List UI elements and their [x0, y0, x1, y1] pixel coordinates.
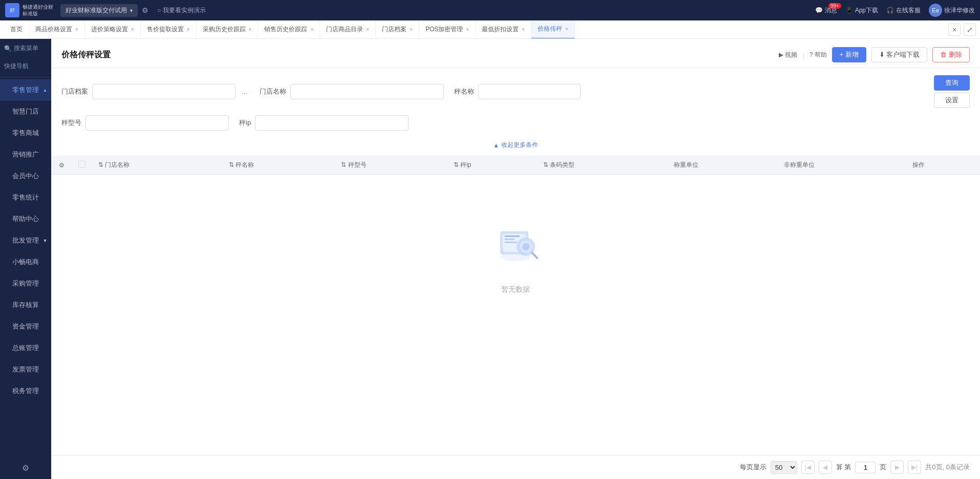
demo-link[interactable]: 我要看实例演示 [157, 6, 206, 15]
app-download-button[interactable]: 📱 App下载 [845, 6, 878, 15]
sidebar-item-wholesale[interactable]: 批发管理 ▼ [0, 230, 51, 251]
svg-point-6 [522, 243, 529, 250]
column-settings-icon[interactable]: ⚙ [59, 162, 65, 169]
close-icon[interactable]: × [131, 27, 134, 32]
sidebar-settings-button[interactable]: ⚙ [0, 457, 51, 479]
collapse-label: 收起更多条件 [501, 141, 538, 149]
sidebar-item-label: 发票管理 [12, 365, 39, 374]
sidebar-item-label: 零售商城 [12, 128, 39, 138]
tab-purchase-strategy[interactable]: 进价策略设置 × [85, 20, 141, 39]
table-wrapper: ⚙ ⇅ 门店名称 ⇅ 秤名称 ⇅ 秤型号 [51, 156, 980, 455]
sidebar-item-retail[interactable]: 零售管理 ▲ [0, 79, 51, 101]
tab-label: 采购历史价跟踪 [203, 25, 246, 34]
page-size-select[interactable]: 50 20 100 [771, 461, 797, 474]
close-icon[interactable]: × [75, 27, 78, 32]
add-button[interactable]: + 新增 [832, 47, 866, 62]
th-checkbox [72, 156, 92, 175]
sidebar-item-member[interactable]: 会员中心 [0, 165, 51, 187]
sidebar-item-marketing[interactable]: 营销推广 [0, 144, 51, 165]
sidebar-item-finance[interactable]: 资金管理 [0, 316, 51, 337]
tab-product-price[interactable]: 商品价格设置 × [29, 20, 85, 39]
sidebar-item-smart-store[interactable]: 智慧门店 [0, 101, 51, 122]
close-icon[interactable]: × [565, 26, 568, 32]
sidebar-item-ledger[interactable]: 总账管理 [0, 337, 51, 359]
tab-min-discount[interactable]: 最低折扣设置 × [476, 20, 531, 39]
sidebar-item-invoice[interactable]: 发票管理 [0, 359, 51, 380]
close-icon[interactable]: × [366, 27, 369, 32]
collapse-button[interactable]: ▲ 收起更多条件 [61, 138, 970, 156]
avatar: Ea [929, 4, 942, 17]
close-icon[interactable]: × [410, 27, 413, 32]
tab-purchase-history[interactable]: 采购历史价跟踪 × [197, 20, 259, 39]
query-button[interactable]: 查询 [934, 75, 970, 91]
tab-price-extract[interactable]: 售价提取设置 × [141, 20, 197, 39]
video-link[interactable]: ▶ 视频 [779, 51, 797, 59]
sidebar-item-inventory[interactable]: 库存核算 [0, 294, 51, 316]
settings-icon: ⚙ [22, 464, 29, 472]
version-label: 好业财标准版交付试用 [66, 6, 127, 15]
next-page-button[interactable]: ▶ [890, 461, 904, 474]
chevron-down-icon: ▼ [43, 238, 47, 243]
page-number-input[interactable] [855, 462, 876, 473]
online-service-label: 在线客服 [896, 6, 921, 15]
tab-price-scale[interactable]: 价格传秤 × [531, 20, 575, 39]
video-label: 视频 [785, 51, 797, 59]
scale-ip-input[interactable] [255, 115, 409, 130]
delete-button[interactable]: 🗑 删除 [932, 47, 970, 62]
tab-sales-history[interactable]: 销售历史价跟踪 × [258, 20, 320, 39]
online-service-button[interactable]: 🎧 在线客服 [886, 6, 921, 15]
setup-button[interactable]: 设置 [934, 93, 970, 108]
expand-tab-button[interactable]: ⤢ [964, 24, 976, 36]
filter-store-name: 门店名称 [260, 84, 444, 99]
download-icon: 📱 [845, 7, 853, 14]
topbar-settings-button[interactable]: ⚙ [138, 3, 152, 17]
store-file-label: 门店档案 [61, 87, 88, 96]
store-file-input[interactable] [92, 84, 236, 99]
help-link[interactable]: ? 帮助 [809, 51, 827, 59]
sidebar-item-label: 小畅电商 [12, 257, 39, 267]
message-badge: 99+ [828, 3, 841, 9]
tab-label: 商品价格设置 [35, 25, 72, 34]
sidebar-item-retail-mall[interactable]: 零售商城 [0, 122, 51, 144]
sidebar-item-help[interactable]: 帮助中心 [0, 208, 51, 230]
tab-pos-security[interactable]: POS加密管理 × [419, 20, 476, 39]
select-all-checkbox[interactable] [78, 161, 86, 168]
empty-text: 暂无数据 [501, 285, 530, 294]
close-icon[interactable]: × [466, 27, 469, 32]
user-profile-button[interactable]: Ea 徐泽华修改 [929, 4, 975, 17]
svg-rect-7 [504, 235, 520, 237]
tab-store-catalog[interactable]: 门店商品目录 × [320, 20, 376, 39]
first-page-button[interactable]: |◀ [801, 461, 815, 474]
tab-store-file[interactable]: 门店档案 × [376, 20, 419, 39]
add-label: + 新增 [840, 50, 859, 59]
ellipsis-button[interactable]: ... [240, 88, 249, 96]
close-icon[interactable]: × [310, 27, 313, 32]
sidebar-shortcut[interactable]: 快捷导航 [0, 58, 51, 75]
logo-icon: 好 [5, 3, 19, 17]
last-page-button[interactable]: ▶| [908, 461, 921, 474]
sidebar-item-label: 智慧门店 [12, 107, 39, 116]
scale-model-input[interactable] [86, 115, 229, 130]
store-name-input[interactable] [290, 84, 444, 99]
download-button[interactable]: ⬇ 客户端下载 [871, 47, 928, 62]
sidebar-item-label: 批发管理 [12, 236, 39, 245]
prev-page-button[interactable]: ◀ [819, 461, 832, 474]
play-icon: ▶ [779, 51, 783, 58]
svg-line-5 [532, 253, 537, 258]
sidebar-item-purchase[interactable]: 采购管理 [0, 273, 51, 294]
close-icon[interactable]: × [249, 27, 252, 32]
sidebar-item-ecommerce[interactable]: 小畅电商 [0, 251, 51, 273]
close-icon[interactable]: × [187, 27, 190, 32]
scale-name-input[interactable] [478, 84, 581, 99]
close-tab-button[interactable]: × [948, 24, 961, 36]
version-selector[interactable]: 好业财标准版交付试用 ▾ [60, 4, 138, 17]
tab-label: 门店档案 [382, 25, 407, 34]
tab-home[interactable]: 首页 [4, 20, 29, 39]
close-icon[interactable]: × [522, 27, 525, 32]
sidebar-search[interactable]: 🔍 搜索菜单 [0, 39, 51, 58]
sidebar-item-tax[interactable]: 税务管理 [0, 380, 51, 402]
message-button[interactable]: 💬 消息 99+ [815, 6, 837, 15]
search-label: 搜索菜单 [14, 44, 38, 53]
filter-store-file: 门店档案 ... [61, 84, 249, 99]
sidebar-item-retail-stats[interactable]: 零售统计 [0, 187, 51, 208]
